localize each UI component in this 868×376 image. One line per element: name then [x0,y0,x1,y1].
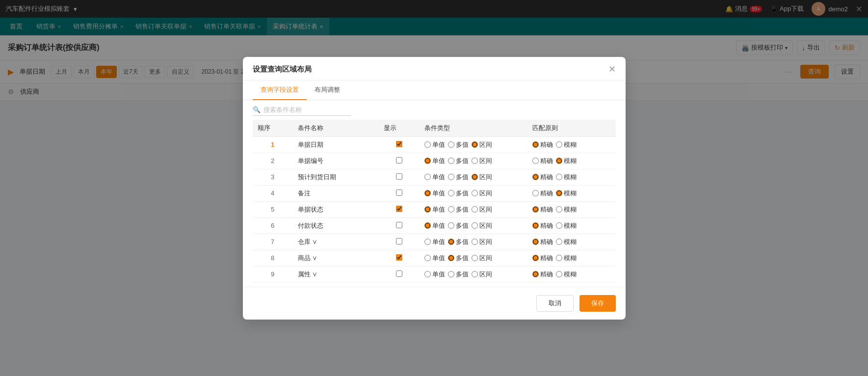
dialog-tab-query[interactable]: 查询字段设置 [253,81,307,100]
modal-overlay: 设置查询区域布局 ✕ 查询字段设置 布局调整 🔍 顺序 条件名称 [0,0,868,101]
dialog-search-area: 🔍 [243,100,626,101]
dialog-header: 设置查询区域布局 ✕ [243,57,626,81]
settings-dialog: 设置查询区域布局 ✕ 查询字段设置 布局调整 🔍 顺序 条件名称 [243,57,626,101]
dialog-close-button[interactable]: ✕ [608,65,616,74]
dialog-tabs: 查询字段设置 布局调整 [243,81,626,100]
dialog-title: 设置查询区域布局 [253,65,312,74]
dialog-tab-layout[interactable]: 布局调整 [307,81,348,100]
